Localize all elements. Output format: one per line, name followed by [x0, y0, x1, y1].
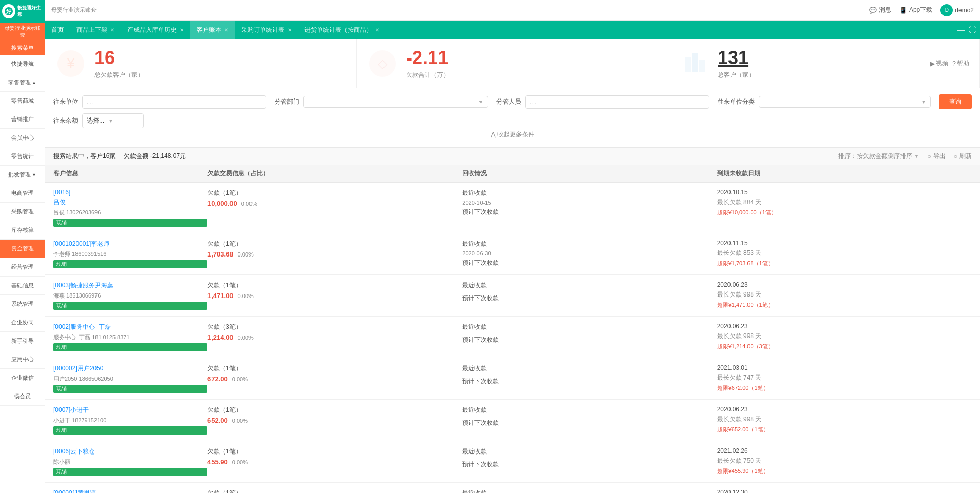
tab-purchase-stats[interactable]: 采购订单统计表 ✕: [235, 21, 298, 39]
debt-count: 欠款（1笔）: [207, 189, 462, 198]
customer-name-link[interactable]: [0016]: [53, 189, 207, 196]
overdue-days: 最长欠款 884 天: [717, 198, 972, 207]
tab-product-listing[interactable]: 商品上下架 ✕: [70, 21, 121, 39]
filter-customer-unit: 往来单位 ...: [53, 95, 266, 109]
sidebar-item-purchase[interactable]: 采购管理: [0, 203, 45, 221]
overdue-info-cell: 2020.06.23 最长欠款 998 天 超限¥652.00（1笔）: [717, 406, 972, 433]
table-header: 客户信息 欠款交易信息（占比） 回收情况 到期未收款日期: [45, 165, 980, 183]
overdue-amount-link[interactable]: 超限¥652.00（1笔）: [717, 426, 972, 433]
sidebar-item-app-center[interactable]: 应用中心: [0, 350, 45, 369]
repay-info-cell: 最近收款 预计下次收款: [462, 281, 717, 303]
tab-product-history[interactable]: 产成品入库单历史 ✕: [121, 21, 190, 39]
overdue-amount-link[interactable]: 超限¥672.00（1笔）: [717, 384, 972, 392]
recent-collection-label: 最近收款: [462, 189, 717, 198]
filter-row-1: 往来单位 ... 分管部门 ▼ 分管人员 ... 往来单位分类: [53, 94, 972, 109]
sidebar-item-basic-info[interactable]: 基础信息: [0, 277, 45, 295]
unit-category-select[interactable]: ▼: [759, 96, 931, 108]
debtors-label: 总欠款客户（家）: [94, 71, 144, 80]
maximize-icon[interactable]: ⛶: [969, 26, 976, 34]
sidebar-item-finance[interactable]: 资金管理: [0, 240, 45, 258]
overdue-amount-link[interactable]: 超限¥1,471.00（1笔）: [717, 301, 972, 309]
refresh-icon: ○: [954, 153, 957, 160]
query-button[interactable]: 查询: [939, 94, 972, 109]
debt-amount: 10,000.00: [207, 200, 237, 207]
overdue-amount-link[interactable]: 超限¥455.90（1笔）: [717, 467, 972, 475]
customer-tag: 现销: [53, 302, 207, 310]
overdue-amount-link[interactable]: 超限¥1,214.00（3笔）: [717, 343, 972, 350]
sidebar-item-quick-nav[interactable]: 快捷导航: [0, 55, 45, 73]
debt-info-cell: 欠款（1笔） 1,703.68 0.00%: [207, 240, 462, 258]
sidebar-item-wholesale-mgmt[interactable]: 批发管理 ▼: [0, 166, 45, 184]
filter-manager: 分管人员 ...: [496, 95, 709, 109]
app-download-button[interactable]: 📱 App下载: [899, 6, 932, 14]
debtors-icon: ¥: [55, 48, 86, 79]
message-button[interactable]: 💬 消息: [869, 6, 891, 14]
customer-info-cell: [0002]服务中心_丁磊 服务中心_丁磊 181 0125 8371 现销: [53, 323, 207, 351]
sidebar-item-new-guide[interactable]: 新手引导: [0, 332, 45, 350]
customer-info-cell: [0006]云下粮仓 陈小丽 现销: [53, 447, 207, 476]
customer-name-link[interactable]: [000001]黄思源: [53, 489, 207, 493]
table-row: [0003]畅捷服务尹海蕊 海燕 18513066976 现销 欠款（1笔） 1…: [45, 275, 980, 317]
user-menu-button[interactable]: D demo2: [940, 4, 974, 16]
overdue-info-cell: 2021.02.26 最长欠款 750 天 超限¥455.90（1笔）: [717, 447, 972, 475]
sidebar-item-enterprise-collab[interactable]: 企业协同: [0, 313, 45, 332]
balance-select[interactable]: 选择... ▼: [82, 113, 144, 128]
repay-info-cell: 最近收款 预计下次收款: [462, 364, 717, 386]
repay-info-cell: 最近收款 预计下次收款: [462, 323, 717, 344]
sidebar-item-ecommerce[interactable]: 电商管理: [0, 184, 45, 203]
tab-close-icon[interactable]: ✕: [375, 27, 379, 33]
repay-info-cell: 最近收款 预计下次收款: [462, 406, 717, 427]
debt-info-cell: 欠款（1笔） 429.00 0.00%: [207, 489, 462, 493]
sidebar-item-system[interactable]: 系统管理: [0, 295, 45, 313]
sidebar-item-inventory[interactable]: 库存核算: [0, 221, 45, 240]
customer-name-link[interactable]: [000002]用户2050: [53, 364, 207, 373]
customer-unit-input[interactable]: ...: [82, 95, 266, 109]
sidebar-item-member-center[interactable]: 会员中心: [0, 129, 45, 147]
sidebar-item-retail-mgmt[interactable]: 零售管理 ▲: [0, 73, 45, 92]
sidebar-item-retail-mall[interactable]: 零售商城: [0, 92, 45, 110]
overdue-amount-link[interactable]: 超限¥10,000.00（1笔）: [717, 209, 972, 216]
stat-card-debtors: ¥ 16 总欠款客户（家）: [45, 39, 357, 88]
department-select[interactable]: ▼: [303, 96, 488, 108]
sidebar-item-retail-stats[interactable]: 零售统计: [0, 147, 45, 166]
chevron-down-icon[interactable]: ▼: [914, 153, 919, 159]
svg-rect-8: [699, 60, 705, 72]
customer-info-cell: [0007]小进干 小进干 18279152100 现销: [53, 406, 207, 435]
sidebar-item-operations[interactable]: 经营管理: [0, 258, 45, 277]
customer-name-link[interactable]: [0001020001]李老师: [53, 240, 207, 248]
topbar-actions: 💬 消息 📱 App下载 D demo2: [869, 4, 974, 16]
view-video-button[interactable]: ▶ 视频: [930, 59, 948, 68]
filter-label-manager: 分管人员: [496, 97, 521, 106]
help-button[interactable]: ? 帮助: [952, 59, 969, 68]
customer-name-link[interactable]: [0002]服务中心_丁磊: [53, 323, 207, 331]
table-row: [0001020001]李老师 李老师 18600391516 现销 欠款（1笔…: [45, 233, 980, 275]
sidebar-item-member[interactable]: 畅会员: [0, 387, 45, 406]
debt-info-cell: 欠款（3笔） 1,214.00 0.00%: [207, 323, 462, 341]
export-button[interactable]: ○ 导出: [928, 152, 946, 161]
tab-stock-stats[interactable]: 进货单统计表（按商品） ✕: [298, 21, 386, 39]
tab-home[interactable]: 首页: [45, 21, 70, 39]
tab-close-icon[interactable]: ✕: [110, 27, 114, 33]
repay-info-cell: 最近收款 2020-06-30 预计下次收款: [462, 240, 717, 267]
manager-input[interactable]: ...: [525, 95, 709, 109]
sidebar-item-marketing[interactable]: 营销推广: [0, 110, 45, 129]
customer-name-link[interactable]: [0007]小进干: [53, 406, 207, 415]
customer-phone: 服务中心_丁磊 181 0125 8371: [53, 333, 207, 341]
customer-name-text[interactable]: 吕俊: [53, 198, 207, 207]
collapse-filter-button[interactable]: ⋀ 收起更多条件: [53, 128, 972, 141]
minimize-icon[interactable]: —: [957, 26, 965, 34]
customer-name-link[interactable]: [0006]云下粮仓: [53, 447, 207, 456]
search-menu-button[interactable]: 搜索菜单: [0, 41, 45, 55]
customer-name-link[interactable]: [0003]畅捷服务尹海蕊: [53, 281, 207, 290]
overdue-amount-link[interactable]: 超限¥1,703.68（1笔）: [717, 260, 972, 267]
refresh-button[interactable]: ○ 刷新: [954, 152, 972, 161]
tab-close-icon[interactable]: ✕: [180, 27, 184, 33]
tab-close-icon[interactable]: ✕: [287, 27, 292, 33]
debt-info-cell: 欠款（1笔） 455.90 0.00%: [207, 447, 462, 466]
sidebar-item-wechat[interactable]: 企业微信: [0, 369, 45, 387]
overdue-info-cell: 2020.12.30 最长欠款 808 天 超限¥429.00（1笔）: [717, 489, 972, 493]
stat-info-total: 131 总客户（家）: [718, 47, 755, 80]
tab-close-icon[interactable]: ✕: [224, 27, 228, 33]
debt-info-cell: 欠款（1笔） 1,471.00 0.00%: [207, 281, 462, 300]
tab-customer-ledger[interactable]: 客户账本 ✕: [190, 21, 235, 39]
